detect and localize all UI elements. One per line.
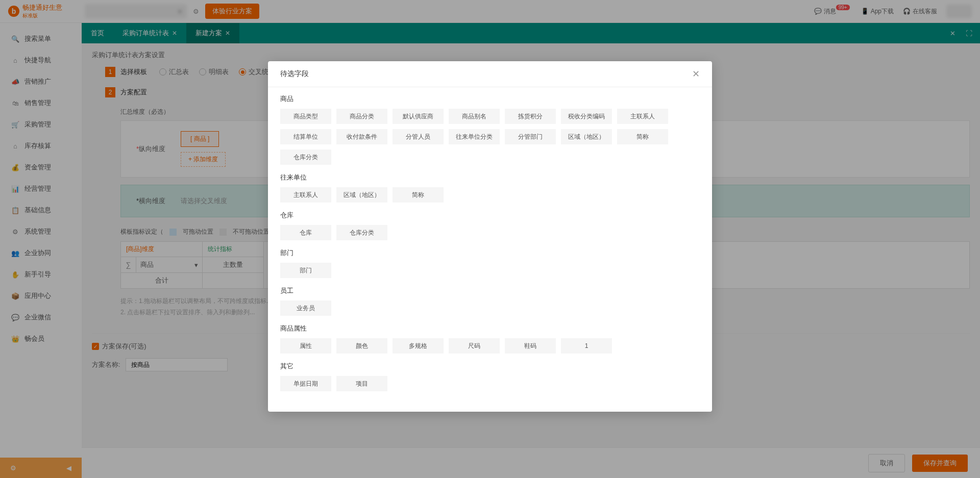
field-group-title: 其它	[280, 362, 700, 371]
field-group: 商品商品类型商品分类默认供应商商品别名拣货积分税收分类编码主联系人结算单位收付款…	[280, 94, 700, 165]
field-option[interactable]: 仓库分类	[336, 225, 387, 240]
field-group: 仓库仓库仓库分类	[280, 211, 700, 240]
field-option[interactable]: 属性	[280, 338, 331, 354]
field-option[interactable]: 1	[561, 338, 612, 354]
field-option[interactable]: 分管部门	[505, 129, 556, 144]
field-group-title: 仓库	[280, 211, 700, 220]
field-group-title: 员工	[280, 286, 700, 295]
field-group: 部门部门	[280, 248, 700, 278]
field-option[interactable]: 区域（地区）	[561, 129, 612, 144]
field-option[interactable]: 商品别名	[449, 109, 500, 124]
field-group: 其它单据日期项目	[280, 362, 700, 391]
field-option[interactable]: 税收分类编码	[561, 109, 612, 124]
field-option[interactable]: 多规格	[393, 338, 444, 354]
modal-title: 待选字段	[280, 69, 309, 79]
field-option[interactable]: 商品类型	[280, 109, 331, 124]
field-option[interactable]: 往来单位分类	[449, 129, 500, 144]
field-option[interactable]: 简称	[393, 187, 444, 203]
field-option[interactable]: 颜色	[336, 338, 387, 354]
field-option[interactable]: 仓库分类	[280, 149, 331, 165]
field-group-title: 往来单位	[280, 173, 700, 182]
field-option[interactable]: 项目	[336, 376, 387, 391]
field-group-title: 商品属性	[280, 324, 700, 333]
field-option[interactable]: 部门	[280, 263, 331, 278]
field-option[interactable]: 拣货积分	[505, 109, 556, 124]
field-option[interactable]: 分管人员	[393, 129, 444, 144]
field-option[interactable]: 主联系人	[617, 109, 668, 124]
field-group: 商品属性属性颜色多规格尺码鞋码1	[280, 324, 700, 354]
field-option[interactable]: 商品分类	[336, 109, 387, 124]
field-group: 往来单位主联系人区域（地区）简称	[280, 173, 700, 203]
field-option[interactable]: 业务员	[280, 300, 331, 316]
field-option[interactable]: 结算单位	[280, 129, 331, 144]
field-option[interactable]: 尺码	[449, 338, 500, 354]
field-option[interactable]: 简称	[617, 129, 668, 144]
field-option[interactable]: 区域（地区）	[336, 187, 387, 203]
field-option[interactable]: 单据日期	[280, 376, 331, 391]
field-group-title: 商品	[280, 94, 700, 104]
modal-close-icon[interactable]: ✕	[692, 69, 700, 79]
field-group-title: 部门	[280, 248, 700, 258]
field-group: 员工业务员	[280, 286, 700, 316]
field-option[interactable]: 默认供应商	[393, 109, 444, 124]
field-option[interactable]: 收付款条件	[336, 129, 387, 144]
field-select-modal: 待选字段 ✕ 商品商品类型商品分类默认供应商商品别名拣货积分税收分类编码主联系人…	[268, 61, 712, 412]
field-option[interactable]: 鞋码	[505, 338, 556, 354]
field-option[interactable]: 主联系人	[280, 187, 331, 203]
field-option[interactable]: 仓库	[280, 225, 331, 240]
